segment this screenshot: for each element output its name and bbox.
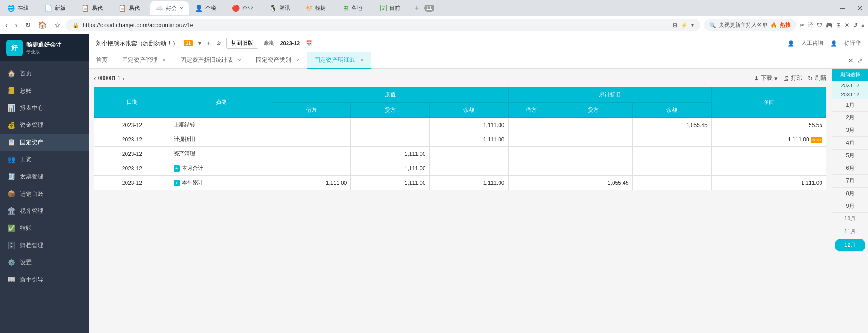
dropdown-arrow-icon[interactable]: ▾ [198,40,201,47]
period-month-1[interactable]: 1月 [832,99,868,112]
col-accum-credit: 贷方 [554,103,632,118]
home-button[interactable]: 🏠 [36,19,49,31]
cell-accum-balance [632,147,711,161]
cut-icon[interactable]: ✂ [800,22,804,28]
period-month-3[interactable]: 3月 [832,124,868,137]
shield-icon[interactable]: 🛡 [817,22,822,28]
browser-tab-gedi[interactable]: ⊞ 各地 [338,1,374,15]
close-btn[interactable]: ✕ [857,4,863,13]
tab-close-icon[interactable]: ✕ [179,6,183,11]
sidebar-item-settings[interactable]: ⚙️ 设置 [0,254,89,271]
browser-tab-active[interactable]: ☁️ 好会 ✕ [150,1,189,15]
next-page-button[interactable]: › [123,75,125,82]
support-label[interactable]: 人工咨询 [802,39,823,47]
period-month-11[interactable]: 11月 [832,225,868,238]
browser-tab-s[interactable]: 🅂 目前 [375,1,411,15]
collapse-icon[interactable]: ✕ [848,57,854,64]
tab-close-ledger[interactable]: ✕ [360,57,364,63]
period-month-8[interactable]: 8月 [832,188,868,200]
sidebar-item-invoice[interactable]: 🧾 发票管理 [0,168,89,185]
cell-net-value [711,147,826,161]
sidebar-item-closing[interactable]: ✅ 结账 [0,220,89,237]
tab-asset-category[interactable]: 固定资产类别 ✕ [249,52,307,69]
cell-accum-credit [554,132,632,147]
browser-tab-changjie[interactable]: Ⓜ 畅捷 [301,1,337,15]
new-tab-button[interactable]: + [412,4,422,13]
sidebar-item-home[interactable]: 🏠 首页 [0,65,89,82]
tab-depreciation-stats[interactable]: 固定资产折旧统计表 ✕ [173,52,249,69]
gamepad-icon[interactable]: 🎮 [826,22,833,28]
tab-home[interactable]: 首页 [89,52,115,69]
sidebar-item-reports[interactable]: 📊 报表中心 [0,99,89,117]
browser-tab-enterprise[interactable]: 🔴 企业 [226,1,263,15]
print-button[interactable]: 🖨 打印 [783,74,802,82]
period-month-6[interactable]: 6月 [832,162,868,175]
cell-orig-balance [429,161,508,176]
cell-orig-credit: 1,111.00 [351,176,429,190]
sidebar-item-ledger[interactable]: 📒 总账 [0,82,89,99]
bookmark-button[interactable]: ☆ [52,19,62,31]
reload-button[interactable]: ↻ [23,19,33,31]
table-row[interactable]: 2023-12 +本年累计 1,111.00 1,111.00 1,111.00… [94,176,826,190]
browser-tab-new[interactable]: 📄 新版 [39,1,75,15]
expand-icon[interactable]: ⤢ [857,57,863,64]
sidebar-item-fixed-assets[interactable]: 📋 固定资产 [0,134,89,151]
sidebar-item-inventory[interactable]: 📦 进销台账 [0,185,89,202]
period-month-7[interactable]: 7月 [832,175,868,188]
add-account-btn[interactable]: + [207,39,211,47]
cell-date: 2023-12 [94,176,170,190]
calendar-icon[interactable]: 📅 [306,40,312,47]
ledger-icon: 📒 [7,87,15,95]
forward-button[interactable]: › [13,19,19,31]
tab-close-stats[interactable]: ✕ [237,57,241,63]
switch-version-button[interactable]: 切到旧版 [226,38,258,49]
download-button[interactable]: ⬇ 下载 ▾ [754,74,778,82]
tab-fixed-asset-mgmt[interactable]: 固定资产管理 ✕ [115,52,173,69]
browser-tab-tax[interactable]: 👤 个税 [189,1,226,15]
table-row[interactable]: 2023-12 +本月合计 1,111.00 [94,161,826,176]
period-month-5[interactable]: 5月 [832,150,868,162]
sidebar-item-archive[interactable]: 🗄️ 归档管理 [0,237,89,254]
browser-tab-yidai2[interactable]: 📋 易代 [113,1,149,15]
table-row[interactable]: 2023-12 计提折旧 1,111.00 1,111.00 2023 [94,132,826,147]
sidebar-item-guide[interactable]: 📖 新手引导 [0,271,89,288]
browser-tab-yidai1[interactable]: 📋 易代 [76,1,112,15]
search-bar[interactable]: 🔍 央视更新主持人名单 🔥 热搜 [704,19,796,31]
translate-icon[interactable]: 译 [808,21,813,29]
table-row[interactable]: 2023-12 资产清理 1,111.00 [94,147,826,161]
period-month-10[interactable]: 10月 [832,213,868,225]
maximize-btn[interactable]: □ [849,4,853,13]
sidebar-item-funds[interactable]: 💰 资金管理 [0,117,89,134]
undo-icon[interactable]: ↺ [853,22,858,28]
col-orig-balance: 余额 [429,103,508,118]
tab-close-category[interactable]: ✕ [296,57,300,63]
refresh-icon: ↻ [808,75,813,82]
sidebar-item-tax[interactable]: 🏛️ 税务管理 [0,202,89,220]
browser-tab-tencent[interactable]: 🐧 腾讯 [264,1,300,15]
tab-close-mgmt[interactable]: ✕ [162,57,166,63]
browser-tab-online[interactable]: 🌐 在线 [2,1,38,15]
period-month-2[interactable]: 2月 [832,112,868,124]
refresh-button[interactable]: ↻ 刷新 [808,74,826,82]
sidebar-item-payroll[interactable]: 👥 工资 [0,151,89,168]
settings-small-icon[interactable]: ⚙ [216,40,221,47]
menu-icon[interactable]: ≡ [861,22,864,28]
sun-icon[interactable]: ☀ [844,22,849,28]
tab-asset-ledger[interactable]: 固定资产明细账 ✕ [307,52,371,69]
period-month-9[interactable]: 9月 [832,200,868,213]
url-bar[interactable]: 🔒 https://cloud.chanjet.com/accounting/u… [66,19,700,31]
table-row[interactable]: 2023-12 上期结转 1,111.00 1,055.45 55.55 [94,118,826,132]
security-icon: 🔒 [72,22,79,28]
cell-orig-debit [272,161,351,176]
period-month-12[interactable]: 12月 [835,239,865,252]
user-label[interactable]: 徐译华 [844,39,861,47]
grid-icon[interactable]: ⊞ [836,22,841,28]
back-button[interactable]: ‹ [4,19,9,31]
cell-summary: 计提折旧 [170,132,272,147]
dropdown-icon[interactable]: ▾ [691,22,694,28]
tab-count-badge: 11 [424,5,434,12]
period-month-4[interactable]: 4月 [832,137,868,150]
cell-net-value: 1,111.00 [711,176,826,190]
minimize-btn[interactable]: ─ [840,4,845,13]
period-label: 账期 [264,39,274,47]
